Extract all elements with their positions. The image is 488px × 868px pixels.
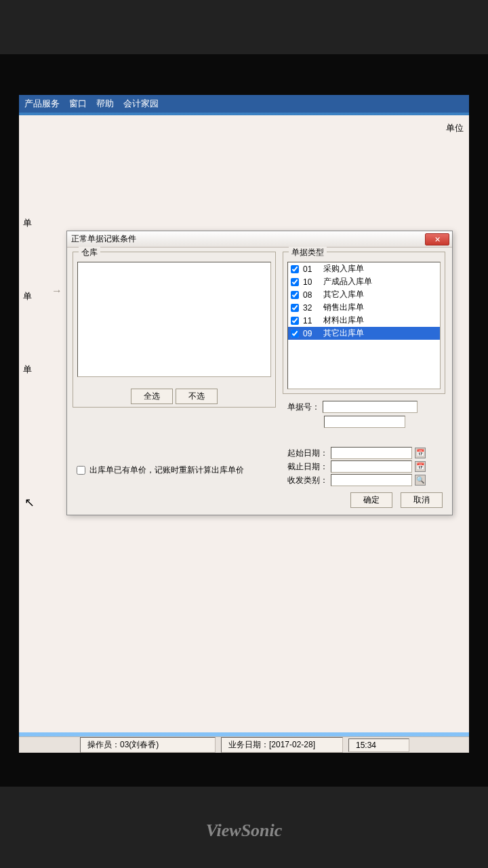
doctype-code: 10 (303, 277, 319, 287)
category-row: 收发类别： 🔍 (287, 474, 426, 486)
doctype-row[interactable]: 10产成品入库单 (288, 275, 440, 288)
category-input[interactable] (331, 474, 412, 486)
doctype-row[interactable]: 32销售出库单 (288, 301, 440, 314)
doctype-row[interactable]: 01采购入库单 (288, 262, 440, 275)
recalc-label: 出库单已有单价，记账时重新计算出库单价 (89, 465, 244, 476)
doctype-checkbox[interactable] (291, 304, 299, 312)
monitor-frame: 产品服务 窗口 帮助 会计家园 单位 单 单 单 → ↖ 正常单据记账条件 ✕ (0, 54, 488, 787)
doctype-checkbox[interactable] (291, 265, 299, 273)
doctype-label: 单据类型 (289, 247, 327, 258)
lookup-icon[interactable]: 🔍 (415, 475, 426, 486)
doctype-code: 11 (303, 316, 319, 326)
category-label: 收发类别： (287, 475, 328, 486)
recalc-row: 出库单已有单价，记账时重新计算出库单价 (77, 465, 244, 476)
ok-button[interactable]: 确定 (350, 492, 392, 508)
status-time: 15:34 (348, 738, 409, 752)
doctype-code: 09 (303, 329, 319, 338)
docno-row: 单据号： (287, 401, 418, 413)
doctype-row[interactable]: 11材料出库单 (288, 314, 440, 327)
close-button[interactable]: ✕ (425, 233, 449, 245)
status-operator: 操作员：03(刘春香) (80, 737, 216, 753)
left-tab-3[interactable]: 单 (23, 363, 32, 376)
doctype-checkbox[interactable] (291, 291, 299, 299)
dialog-body: 仓库 全选 不选 单据类型 01采购入库单10产成品入库单08其它入库单32销售… (67, 248, 452, 515)
recalc-checkbox[interactable] (77, 466, 85, 475)
docno-label: 单据号： (287, 401, 320, 413)
menu-product[interactable]: 产品服务 (24, 98, 60, 110)
doctype-name: 销售出库单 (323, 302, 364, 313)
left-tabs: 单 单 单 (23, 217, 32, 376)
doctype-name: 其它出库单 (323, 328, 364, 339)
doctype-checkbox[interactable] (291, 317, 299, 325)
end-date-label: 截止日期： (287, 461, 328, 473)
doctype-checkbox[interactable] (291, 278, 299, 286)
warehouse-label: 仓库 (79, 247, 100, 258)
start-date-input[interactable] (331, 447, 412, 459)
doctype-name: 材料出库单 (323, 315, 364, 326)
doctype-name: 产成品入库单 (323, 276, 372, 288)
doctype-code: 08 (303, 290, 319, 300)
doctype-row[interactable]: 08其它入库单 (288, 288, 440, 301)
calendar-icon[interactable]: 📅 (415, 448, 426, 458)
posting-conditions-dialog: 正常单据记账条件 ✕ 仓库 全选 不选 单据类型 01采购入库单10 (66, 231, 453, 515)
menu-help[interactable]: 帮助 (96, 98, 114, 110)
dialog-action-row: 确定 取消 (350, 492, 443, 508)
docno-row2 (287, 416, 405, 428)
cancel-button[interactable]: 取消 (401, 492, 443, 508)
calendar-icon[interactable]: 📅 (415, 461, 426, 472)
doctype-code: 32 (303, 303, 319, 313)
end-date-row: 截止日期： 📅 (287, 460, 426, 473)
docno-from-input[interactable] (323, 401, 418, 413)
arrow-icon: → (52, 285, 62, 297)
doctype-name: 采购入库单 (323, 263, 364, 275)
doctype-code: 01 (303, 264, 319, 274)
select-all-button[interactable]: 全选 (131, 389, 173, 404)
dialog-title: 正常单据记账条件 (71, 233, 136, 245)
doctype-fieldset: 单据类型 01采购入库单10产成品入库单08其它入库单32销售出库单11材料出库… (283, 252, 445, 394)
dialog-titlebar[interactable]: 正常单据记账条件 ✕ (67, 231, 452, 248)
left-tab-1[interactable]: 单 (23, 217, 32, 229)
menu-home[interactable]: 会计家园 (123, 98, 159, 110)
monitor-brand: ViewSonic (0, 821, 488, 841)
menu-window[interactable]: 窗口 (69, 98, 87, 110)
warehouse-fieldset: 仓库 全选 不选 (73, 252, 276, 408)
unit-label: 单位 (446, 122, 464, 134)
docno-to-input[interactable] (324, 416, 405, 428)
doctype-checkbox[interactable] (291, 330, 299, 338)
end-date-input[interactable] (331, 460, 412, 473)
menubar: 产品服务 窗口 帮助 会计家园 (19, 95, 469, 113)
doctype-name: 其它入库单 (323, 289, 364, 300)
cursor-icon: ↖ (24, 495, 35, 510)
app-content-area: 单位 单 单 单 → ↖ 正常单据记账条件 ✕ 仓库 全选 (19, 115, 469, 732)
desktop-screen: 产品服务 窗口 帮助 会计家园 单位 单 单 单 → ↖ 正常单据记账条件 ✕ (19, 95, 469, 753)
status-bizdate: 业务日期：[2017-02-28] (221, 737, 343, 753)
statusbar: 操作员：03(刘春香) 业务日期：[2017-02-28] 15:34 (19, 736, 469, 753)
warehouse-list[interactable] (77, 262, 271, 377)
left-tab-2[interactable]: 单 (23, 290, 32, 302)
doctype-row[interactable]: 09其它出库单 (288, 327, 440, 340)
select-none-button[interactable]: 不选 (176, 389, 218, 404)
start-date-row: 起始日期： 📅 (287, 447, 426, 459)
doctype-list[interactable]: 01采购入库单10产成品入库单08其它入库单32销售出库单11材料出库单09其它… (287, 262, 441, 389)
start-date-label: 起始日期： (287, 448, 328, 459)
